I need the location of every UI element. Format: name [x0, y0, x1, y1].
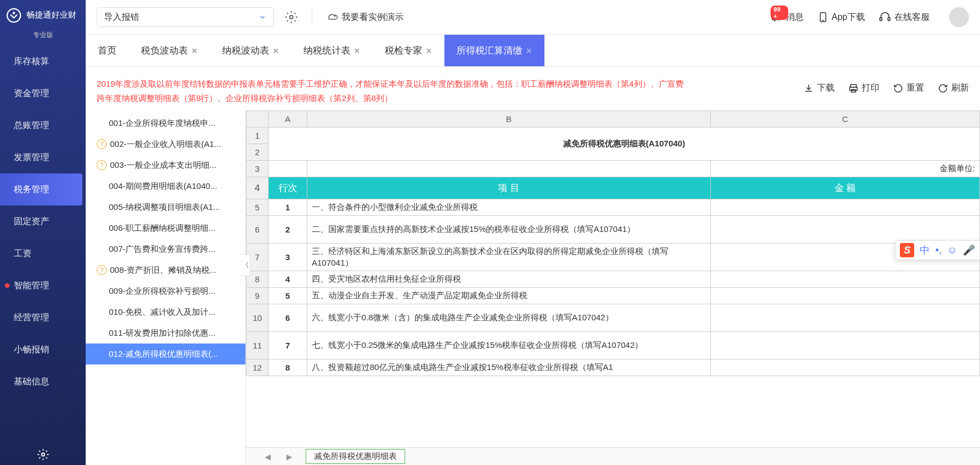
- ime-mic-icon[interactable]: 🎤: [963, 244, 975, 256]
- row-number: 2: [269, 216, 307, 244]
- spreadsheet: ABC1减免所得税优惠明细表(A107040)23金额单位:4行次项 目金 额5…: [246, 110, 980, 465]
- item-cell[interactable]: 八、投资额超过80亿元的集成电路生产企业减按15%税率征收企业所得税（填写A1: [307, 360, 711, 376]
- sidebar-item-8[interactable]: 经营管理: [0, 302, 86, 334]
- form-item-3[interactable]: 004-期间费用明细表(A1040...: [86, 176, 245, 197]
- col-header-B[interactable]: B: [307, 111, 711, 128]
- amount-cell[interactable]: [711, 360, 980, 376]
- form-item-7[interactable]: 008-资产折旧、摊销及纳税...: [86, 260, 245, 281]
- sidebar-item-7[interactable]: 智能管理: [0, 270, 86, 302]
- row-header[interactable]: 3: [247, 161, 269, 177]
- sidebar-item-10[interactable]: 基础信息: [0, 366, 86, 398]
- item-cell[interactable]: 六、线宽小于0.8微米（含）的集成电路生产企业减免企业所得税（填写A107042…: [307, 304, 711, 332]
- row-header[interactable]: 1: [247, 128, 269, 144]
- item-cell[interactable]: 五、动漫企业自主开发、生产动漫产品定期减免企业所得税: [307, 288, 711, 304]
- app-download-button[interactable]: App下载: [817, 11, 865, 23]
- form-item-5[interactable]: 006-职工薪酬纳税调整明细...: [86, 218, 245, 239]
- form-item-4[interactable]: 005-纳税调整项目明细表(A1...: [86, 197, 245, 218]
- tab-label: 首页: [98, 44, 117, 57]
- row-header[interactable]: 2: [247, 144, 269, 161]
- sidebar-item-0[interactable]: 库存核算: [0, 45, 86, 77]
- row-header[interactable]: 10: [247, 304, 269, 332]
- sidebar-item-2[interactable]: 总账管理: [0, 109, 86, 141]
- amount-cell[interactable]: [711, 288, 980, 304]
- row-header[interactable]: 4: [247, 177, 269, 199]
- sheet-tab[interactable]: 减免所得税优惠明细表: [306, 449, 405, 464]
- settings-gear-icon[interactable]: [37, 448, 49, 461]
- amount-cell[interactable]: [711, 271, 980, 288]
- ime-widget[interactable]: S 中 •, ☺ 🎤: [895, 240, 980, 260]
- amount-cell[interactable]: [711, 216, 980, 244]
- close-icon[interactable]: ✕: [426, 46, 432, 55]
- item-cell[interactable]: 二、国家需要重点扶持的高新技术企业减按15%的税率征收企业所得税（填写A1070…: [307, 216, 711, 244]
- search-select[interactable]: 导入报错: [97, 7, 274, 27]
- row-number: 5: [269, 288, 307, 304]
- ime-dot-icon[interactable]: •,: [935, 245, 941, 256]
- grid[interactable]: ABC1减免所得税优惠明细表(A107040)23金额单位:4行次项 目金 额5…: [246, 110, 980, 447]
- row-header[interactable]: 12: [247, 360, 269, 376]
- col-header-A[interactable]: A: [269, 111, 307, 128]
- amount-cell[interactable]: [711, 199, 980, 216]
- close-icon[interactable]: ✕: [526, 46, 532, 55]
- avatar[interactable]: [949, 7, 969, 27]
- sidebar-item-3[interactable]: 发票管理: [0, 141, 86, 173]
- amount-cell[interactable]: [711, 332, 980, 360]
- reset-button[interactable]: 重置: [893, 82, 924, 94]
- col-b-header: 项 目: [307, 177, 711, 199]
- refresh-button[interactable]: 刷新: [938, 82, 969, 94]
- sidebar-item-9[interactable]: 小畅报销: [0, 334, 86, 366]
- row-header[interactable]: 5: [247, 199, 269, 216]
- app-logo-icon: [6, 7, 22, 24]
- header-settings-icon[interactable]: [285, 10, 298, 24]
- close-icon[interactable]: ✕: [191, 46, 198, 55]
- form-item-9[interactable]: 010-免税、减计收入及加计...: [86, 302, 245, 323]
- collapse-handle[interactable]: 《: [240, 254, 250, 276]
- form-item-6[interactable]: 007-广告费和业务宣传费跨...: [86, 239, 245, 260]
- row-number: 4: [269, 271, 307, 288]
- sidebar-item-4[interactable]: 税务管理: [0, 173, 82, 205]
- item-cell[interactable]: 三、经济特区和上海浦东新区新设立的高新技术企业在区内取得的所得定期减免企业所得税…: [307, 244, 711, 271]
- edition-label: 专业版: [0, 30, 86, 45]
- row-header[interactable]: 6: [247, 216, 269, 244]
- tab-1[interactable]: 税负波动表✕: [129, 35, 210, 66]
- tab-0[interactable]: 首页: [86, 35, 129, 66]
- tab-2[interactable]: 纳税波动表✕: [210, 35, 291, 66]
- demo-link[interactable]: 我要看实例演示: [326, 11, 403, 23]
- col-header-C[interactable]: C: [711, 111, 980, 128]
- item-cell[interactable]: 一、符合条件的小型微利企业减免企业所得税: [307, 199, 711, 216]
- tab-label: 纳税波动表: [222, 44, 269, 57]
- row-header[interactable]: 11: [247, 332, 269, 360]
- download-button[interactable]: 下载: [804, 82, 835, 94]
- form-item-2[interactable]: 003-一般企业成本支出明细...: [86, 155, 245, 176]
- ime-lang[interactable]: 中: [920, 244, 930, 257]
- close-icon[interactable]: ✕: [354, 46, 360, 55]
- scroll-left-icon[interactable]: ◀: [263, 452, 273, 461]
- sheet-title: 减免所得税优惠明细表(A107040): [269, 128, 980, 161]
- sidebar-item-6[interactable]: 工资: [0, 237, 86, 270]
- item-cell[interactable]: 四、受灾地区农村信用社免征企业所得税: [307, 271, 711, 288]
- amount-cell[interactable]: [711, 304, 980, 332]
- tab-4[interactable]: 税检专家✕: [373, 35, 444, 66]
- sheet-tab-bar: ◀ ▶ 减免所得税优惠明细表: [246, 447, 980, 465]
- download-label: 下载: [817, 82, 835, 94]
- item-cell[interactable]: 七、线宽小于0.25微米的集成电路生产企业减按15%税率征收企业所得税（填写A1…: [307, 332, 711, 360]
- form-item-0[interactable]: 001-企业所得税年度纳税申...: [86, 113, 245, 134]
- form-item-10[interactable]: 011-研发费用加计扣除优惠...: [86, 323, 245, 344]
- notice-text: 2019年度涉及取以前年度结转数据的申报表单元格需要手工维护正确，才能保证本年及…: [97, 77, 688, 105]
- scroll-right-icon[interactable]: ▶: [284, 452, 295, 461]
- ime-face-icon[interactable]: ☺: [947, 245, 957, 256]
- msg-badge: 99 +: [771, 6, 788, 20]
- tab-3[interactable]: 纳税统计表✕: [291, 35, 373, 66]
- sidebar-item-5[interactable]: 固定资产: [0, 205, 86, 237]
- corner-cell: [247, 111, 269, 128]
- svg-point-1: [13, 12, 15, 14]
- messages-button[interactable]: 99 + 消息: [771, 11, 804, 23]
- row-header[interactable]: 9: [247, 288, 269, 304]
- tab-5[interactable]: 所得税汇算清缴✕: [444, 35, 544, 66]
- sidebar-item-1[interactable]: 资金管理: [0, 77, 86, 109]
- form-item-8[interactable]: 009-企业所得税弥补亏损明...: [86, 281, 245, 302]
- form-item-1[interactable]: 002-一般企业收入明细表(A1...: [86, 134, 245, 155]
- form-item-11[interactable]: 012-减免所得税优惠明细表(...: [86, 344, 245, 364]
- support-button[interactable]: 在线客服: [879, 11, 930, 23]
- close-icon[interactable]: ✕: [272, 46, 279, 55]
- print-button[interactable]: 打印: [848, 82, 879, 94]
